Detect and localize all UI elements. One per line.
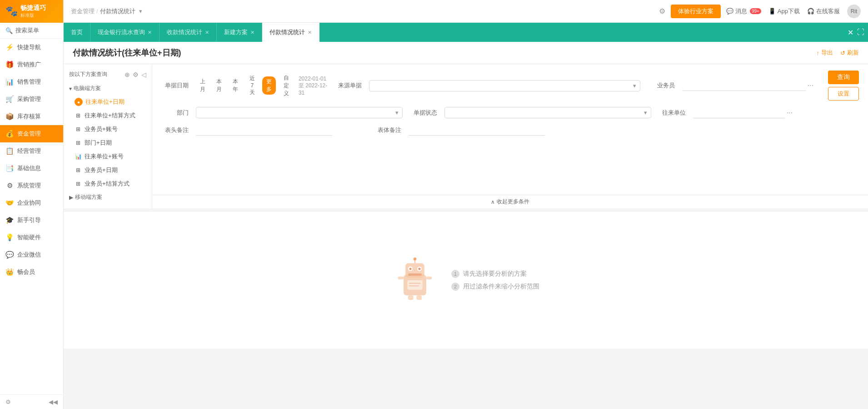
salesperson-field: ··· <box>682 80 813 91</box>
tab-cash-flow-label: 现金银行流水查询 <box>98 28 145 36</box>
tab-payment-stats-label: 付款情况统计 <box>269 28 305 36</box>
scheme-add-icon[interactable]: ⊕ <box>125 71 130 78</box>
sidebar-item-wechat[interactable]: 💬 企业微信 <box>0 246 63 263</box>
sidebar-item-label: 企业微信 <box>17 251 41 259</box>
scheme-collapse-icon[interactable]: ◁ <box>141 71 146 78</box>
partner-input[interactable] <box>693 107 784 118</box>
source-select[interactable]: ▾ <box>369 80 640 91</box>
tab-receivable[interactable]: 收款情况统计 ✕ <box>160 23 217 42</box>
settings-button[interactable]: 设置 <box>828 87 859 101</box>
sidebar-item-label: 销售管理 <box>17 78 41 86</box>
refresh-action[interactable]: ↺ 刷新 <box>840 49 859 57</box>
sidebar-item-enterprise[interactable]: 🤝 企业协同 <box>0 194 63 212</box>
body-note-input[interactable] <box>409 125 545 136</box>
sidebar-item-label: 资金管理 <box>17 130 41 138</box>
sidebar-item-hardware[interactable]: 💡 智能硬件 <box>0 229 63 246</box>
filter-row-1: 单据日期 上月 本月 本年 近7天 更多 自定义 2022-01-01 至 20… <box>161 71 859 101</box>
scheme-item-partner-settlement[interactable]: ⊞ 往来单位+结算方式 <box>64 109 152 122</box>
header-note-input[interactable] <box>196 125 332 136</box>
scheme-table-icon3: ⊞ <box>75 139 82 146</box>
sidebar-collapse-icon[interactable]: ◀◀ <box>49 399 58 405</box>
message-action[interactable]: 💬 消息 99+ <box>726 7 761 15</box>
tab-home[interactable]: 首页 <box>64 23 90 42</box>
sidebar-item-system[interactable]: ⚙ 系统管理 <box>0 177 63 194</box>
sidebar-search[interactable]: 🔍 搜索菜单 <box>0 23 63 39</box>
scheme-item-label: 业务员+日期 <box>85 166 118 174</box>
date-btn-last-month[interactable]: 上月 <box>196 76 210 95</box>
partner-label: 往来单位 <box>658 109 686 117</box>
scheme-section-mobile[interactable]: ▶ 移动端方案 <box>64 191 152 204</box>
scheme-section-desktop[interactable]: ▾ 电脑端方案 <box>64 82 152 95</box>
scheme-item-partner-date[interactable]: ● 往来单位+日期 <box>64 95 152 109</box>
tab-cash-flow-close[interactable]: ✕ <box>148 30 152 35</box>
query-button[interactable]: 查询 <box>828 71 859 84</box>
refresh-label: 刷新 <box>847 49 859 57</box>
tab-close-all-icon[interactable]: ✕ <box>848 28 853 37</box>
salesperson-dots[interactable]: ··· <box>808 81 813 90</box>
scheme-panel-label: 按以下方案查询 <box>69 71 107 78</box>
page-header: 付款情况统计(往来单位+日期) ↑ 导出 ↺ 刷新 <box>64 42 868 64</box>
sidebar-item-finance[interactable]: 💰 资金管理 <box>0 125 63 142</box>
message-label: 消息 <box>735 7 747 15</box>
tab-expand-icon[interactable]: ⛶ <box>857 28 864 36</box>
app-download-action[interactable]: 📱 App下载 <box>768 7 800 15</box>
dept-select[interactable]: ▾ <box>196 107 403 118</box>
scheme-item-dept-date[interactable]: ⊞ 部门+日期 <box>64 136 152 150</box>
tab-new-scheme-close[interactable]: ✕ <box>250 30 254 35</box>
tip-text-1: 请先选择要分析的方案 <box>463 270 527 278</box>
sidebar-item-quick-nav[interactable]: ⚡ 快捷导航 <box>0 39 63 56</box>
sidebar-settings-icon[interactable]: ⚙ <box>5 399 11 405</box>
date-btn-this-year[interactable]: 本年 <box>229 76 242 95</box>
tab-cash-flow[interactable]: 现金银行流水查询 ✕ <box>90 23 160 42</box>
main-container: 资金管理 / 付款情况统计 ▾ ⚙ 体验行业方案 💬 消息 99+ 📱 App下… <box>64 0 868 409</box>
breadcrumb-dropdown[interactable]: ▾ <box>139 8 142 15</box>
tab-new-scheme[interactable]: 新建方案 ✕ <box>217 23 262 42</box>
collapse-button[interactable]: ∧ 收起更多条件 <box>152 195 868 208</box>
notification-badge: 99+ <box>750 8 761 14</box>
header-settings-icon[interactable]: ⚙ <box>659 7 665 15</box>
purchase-icon: 🛒 <box>5 95 14 103</box>
date-btn-this-month[interactable]: 本月 <box>212 76 226 95</box>
scheme-item-salesperson-date[interactable]: ⊞ 业务员+日期 <box>64 163 152 177</box>
date-range-text: 2022-01-01 至 2022-12-31 <box>299 76 327 96</box>
sidebar-item-guide[interactable]: 🎓 新手引导 <box>0 212 63 229</box>
doc-status-select[interactable]: ▾ <box>444 107 651 118</box>
scheme-table-icon: ⊞ <box>75 112 82 119</box>
user-avatar[interactable]: Rit <box>847 5 861 18</box>
tab-receivable-close[interactable]: ✕ <box>205 30 209 35</box>
scheme-item-salesperson-settlement[interactable]: ⊞ 业务员+结算方式 <box>64 177 152 191</box>
salesperson-label: 业务员 <box>648 81 675 90</box>
date-btn-more[interactable]: 更多 <box>262 76 276 95</box>
sidebar-item-label: 基础信息 <box>17 164 41 172</box>
scheme-item-salesperson-account[interactable]: ⊞ 业务员+账号 <box>64 122 152 136</box>
sidebar-item-member[interactable]: 👑 畅会员 <box>0 263 63 281</box>
tab-payment-stats[interactable]: 付款情况统计 ✕ <box>262 23 319 42</box>
hardware-icon: 💡 <box>5 233 14 242</box>
scheme-panel-icons: ⊕ ⚙ ◁ <box>125 71 146 78</box>
date-btn-7days[interactable]: 近7天 <box>245 73 259 98</box>
trial-button[interactable]: 体验行业方案 <box>671 5 721 18</box>
svg-rect-10 <box>426 277 432 280</box>
salesperson-input[interactable] <box>682 80 806 91</box>
message-icon: 💬 <box>726 8 733 15</box>
service-action[interactable]: 🎧 在线客服 <box>807 7 840 15</box>
page-title: 付款情况统计(往来单位+日期) <box>73 47 181 58</box>
filter-row-2: 部门 ▾ 单据状态 ▾ 往来单位 ··· <box>161 107 859 118</box>
scheme-item-partner-account[interactable]: 📊 往来单位+账号 <box>64 150 152 163</box>
scheme-item-label: 部门+日期 <box>85 139 112 147</box>
partner-dots[interactable]: ··· <box>787 109 793 117</box>
breadcrumb-text: 资金管理 <box>71 7 95 15</box>
sidebar-item-basic-info[interactable]: 📑 基础信息 <box>0 160 63 177</box>
scheme-item-label: 往来单位+日期 <box>85 98 125 106</box>
export-action[interactable]: ↑ 导出 <box>817 49 833 57</box>
sidebar-item-purchase[interactable]: 🛒 采购管理 <box>0 91 63 108</box>
filter-section: 按以下方案查询 ⊕ ⚙ ◁ ▾ 电脑端方案 ● 往来单位+日期 ⊞ <box>64 64 868 208</box>
sidebar-item-inventory[interactable]: 📦 库存核算 <box>0 108 63 125</box>
sidebar-item-sales[interactable]: 📊 销售管理 <box>0 73 63 91</box>
scheme-settings-icon[interactable]: ⚙ <box>133 71 139 78</box>
tab-payment-stats-close[interactable]: ✕ <box>308 30 312 35</box>
sidebar-item-operations[interactable]: 📋 经营管理 <box>0 142 63 160</box>
date-btn-custom[interactable]: 自定义 <box>279 72 294 99</box>
scheme-item-label: 往来单位+账号 <box>85 152 124 161</box>
sidebar-item-marketing[interactable]: 🎁 营销推广 <box>0 56 63 73</box>
